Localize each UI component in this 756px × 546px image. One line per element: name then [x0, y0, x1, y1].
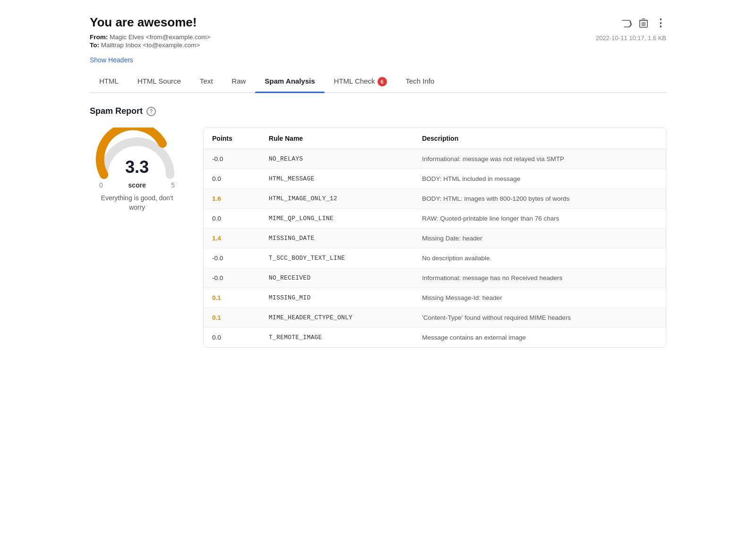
col-points: Points [204, 128, 260, 149]
cell-points: -0.0 [204, 248, 260, 268]
cell-rule: MISSING_DATE [260, 229, 413, 248]
header-actions: ⋮ [621, 15, 666, 29]
trash-icon[interactable] [639, 18, 648, 28]
table-row: -0.0NO_RELAYSInformational: message was … [204, 149, 666, 169]
cell-description: 'Content-Type' found without required MI… [413, 308, 666, 328]
gauge-svg: 3.3 [94, 128, 180, 179]
cell-rule: T_REMOTE_IMAGE [260, 328, 413, 348]
tab-spam-analysis[interactable]: Spam Analysis [255, 72, 324, 92]
gauge-min: 0 [99, 181, 103, 189]
table-row: 0.1MISSING_MIDMissing Message-Id: header [204, 288, 666, 308]
tab-raw[interactable]: Raw [222, 72, 255, 92]
gauge-max: 5 [171, 181, 175, 189]
cell-description: Missing Date: header [413, 229, 666, 248]
col-description: Description [413, 128, 666, 149]
gauge-center-label: score [128, 181, 146, 189]
cell-points: 1.4 [204, 229, 260, 248]
col-rule: Rule Name [260, 128, 413, 149]
page-container: You are awesome! ⋮ [71, 0, 685, 363]
table-row: -0.0NO_RECEIVEDInformational: message ha… [204, 268, 666, 288]
table-header-row: Points Rule Name Description [204, 128, 666, 149]
table-row: 0.1MIME_HEADER_CTYPE_ONLY'Content-Type' … [204, 308, 666, 328]
help-icon[interactable]: ? [146, 107, 156, 116]
table-row: 0.0MIME_QP_LONG_LINERAW: Quoted-printabl… [204, 209, 666, 229]
table-row: 0.0T_REMOTE_IMAGEMessage contains an ext… [204, 328, 666, 348]
from-line: From: Magic Elves <from@example.com> [90, 34, 210, 41]
tab-html[interactable]: HTML [90, 72, 128, 92]
from-value: Magic Elves <from@example.com> [110, 34, 210, 41]
cell-points: -0.0 [204, 268, 260, 288]
cell-description: RAW: Quoted-printable line longer than 7… [413, 209, 666, 229]
cell-rule: MISSING_MID [260, 288, 413, 308]
table-row: 1.4MISSING_DATEMissing Date: header [204, 229, 666, 248]
tab-bar: HTML HTML Source Text Raw Spam Analysis … [90, 72, 666, 93]
show-headers-link[interactable]: Show Headers [90, 56, 133, 64]
forward-icon[interactable] [621, 18, 632, 28]
section-title: Spam Report ? [90, 106, 666, 116]
tab-html-source[interactable]: HTML Source [128, 72, 190, 92]
table-row: 1.6HTML_IMAGE_ONLY_12BODY: HTML: images … [204, 189, 666, 209]
email-title: You are awesome! [90, 15, 197, 30]
cell-description: BODY: HTML included in message [413, 169, 666, 189]
cell-rule: MIME_QP_LONG_LINE [260, 209, 413, 229]
email-header: You are awesome! ⋮ [90, 15, 666, 30]
cell-description: Informational: message has no Received h… [413, 268, 666, 288]
tab-tech-info[interactable]: Tech Info [396, 72, 444, 92]
more-icon[interactable]: ⋮ [655, 17, 666, 29]
content-area: 3.3 0 score 5 Everything is good, don't … [90, 128, 666, 348]
cell-points: 0.0 [204, 169, 260, 189]
cell-points: 0.1 [204, 288, 260, 308]
cell-rule: HTML_IMAGE_ONLY_12 [260, 189, 413, 209]
table-row: -0.0T_SCC_BODY_TEXT_LINENo description a… [204, 248, 666, 268]
spam-table-wrap: Points Rule Name Description -0.0NO_RELA… [203, 128, 666, 348]
meta-left: From: Magic Elves <from@example.com> To:… [90, 34, 210, 50]
gauge-container: 3.3 0 score 5 Everything is good, don't … [90, 128, 184, 212]
from-label: From: [90, 34, 108, 41]
meta-timestamp: 2022-10-11 10:17, 1.6 KB [596, 34, 666, 42]
html-check-badge: 6 [378, 77, 387, 86]
to-label: To: [90, 42, 99, 49]
cell-rule: NO_RECEIVED [260, 268, 413, 288]
cell-description: Message contains an external image [413, 328, 666, 348]
tab-text[interactable]: Text [190, 72, 223, 92]
cell-description: Missing Message-Id: header [413, 288, 666, 308]
cell-points: -0.0 [204, 149, 260, 169]
to-line: To: Mailtrap Inbox <to@example.com> [90, 42, 210, 49]
cell-points: 0.1 [204, 308, 260, 328]
cell-rule: MIME_HEADER_CTYPE_ONLY [260, 308, 413, 328]
email-meta: From: Magic Elves <from@example.com> To:… [90, 34, 666, 50]
cell-rule: NO_RELAYS [260, 149, 413, 169]
cell-points: 1.6 [204, 189, 260, 209]
tab-html-check[interactable]: HTML Check6 [325, 72, 396, 92]
cell-points: 0.0 [204, 328, 260, 348]
tab-html-check-label: HTML Check [334, 77, 375, 85]
cell-points: 0.0 [204, 209, 260, 229]
cell-description: No description available. [413, 248, 666, 268]
gauge-score: 3.3 [94, 159, 180, 176]
cell-rule: HTML_MESSAGE [260, 169, 413, 189]
spam-table: Points Rule Name Description -0.0NO_RELA… [204, 128, 666, 347]
cell-rule: T_SCC_BODY_TEXT_LINE [260, 248, 413, 268]
gauge-labels: 0 score 5 [99, 181, 175, 189]
cell-description: Informational: message was not relayed v… [413, 149, 666, 169]
to-value: Mailtrap Inbox <to@example.com> [101, 42, 200, 49]
gauge-message: Everything is good, don't worry [97, 194, 177, 212]
cell-description: BODY: HTML: images with 800-1200 bytes o… [413, 189, 666, 209]
table-row: 0.0HTML_MESSAGEBODY: HTML included in me… [204, 169, 666, 189]
section-title-text: Spam Report [90, 106, 143, 116]
